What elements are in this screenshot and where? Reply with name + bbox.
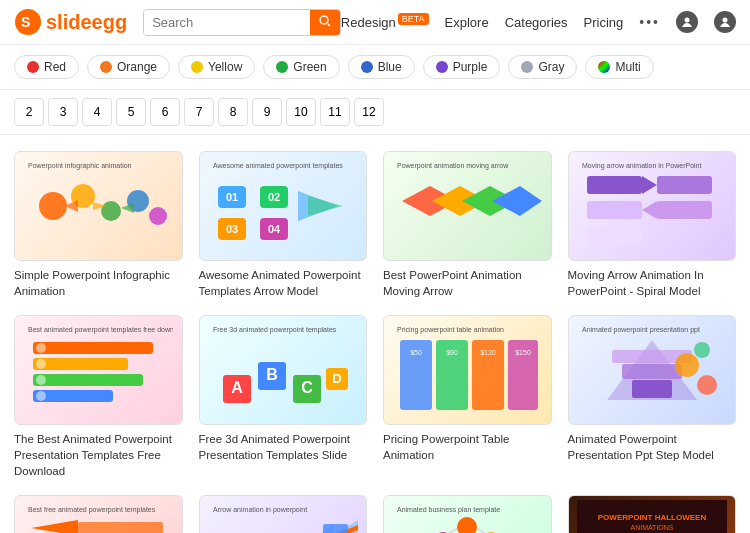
- page-12[interactable]: 12: [354, 98, 384, 126]
- svg-text:Pricing powerpoint table anima: Pricing powerpoint table animation: [397, 326, 504, 334]
- nav-categories[interactable]: Categories: [505, 15, 568, 30]
- svg-rect-41: [33, 358, 128, 370]
- svg-point-44: [36, 343, 46, 353]
- svg-point-72: [697, 375, 717, 395]
- card-1-thumb: Powerpoint infographic animation: [14, 151, 183, 261]
- svg-rect-38: [587, 226, 642, 244]
- svg-text:POWERPOINT HALLOWEEN: POWERPOINT HALLOWEEN: [598, 513, 707, 522]
- svg-point-4: [685, 18, 690, 23]
- svg-point-9: [101, 201, 121, 221]
- filter-yellow[interactable]: Yellow: [178, 55, 255, 79]
- filter-label-blue: Blue: [378, 60, 402, 74]
- page-8[interactable]: 8: [218, 98, 248, 126]
- svg-text:$120: $120: [480, 349, 496, 356]
- logo-icon: S: [14, 8, 42, 36]
- svg-text:A: A: [231, 379, 243, 396]
- svg-text:Powerpoint animation moving ar: Powerpoint animation moving arrow: [397, 162, 509, 170]
- search-button[interactable]: [310, 10, 340, 35]
- nav-explore[interactable]: Explore: [445, 15, 489, 30]
- page-2[interactable]: 2: [14, 98, 44, 126]
- page-11[interactable]: 11: [320, 98, 350, 126]
- card-8-title: Animated Powerpoint Presentation Ppt Ste…: [568, 431, 737, 463]
- card-9[interactable]: Best free animated powerpoint templates …: [14, 495, 183, 533]
- svg-point-46: [36, 375, 46, 385]
- color-dot-blue: [361, 61, 373, 73]
- filter-multi[interactable]: Multi: [585, 55, 653, 79]
- svg-text:Best animated powerpoint templ: Best animated powerpoint templates free …: [28, 326, 173, 334]
- card-9-thumb: Best free animated powerpoint templates: [14, 495, 183, 533]
- person-icon: [681, 16, 693, 28]
- search-bar: [143, 9, 341, 36]
- card-1[interactable]: Powerpoint infographic animation Simple …: [14, 151, 183, 299]
- card-11[interactable]: Animated business plan template Process …: [383, 495, 552, 533]
- card-5[interactable]: Best animated powerpoint templates free …: [14, 315, 183, 479]
- card-8-thumb: Animated powerpoint presentation ppt: [568, 315, 737, 425]
- svg-point-45: [36, 359, 46, 369]
- card-12-thumb: POWERPOINT HALLOWEEN ANIMATIONS: [568, 495, 737, 533]
- svg-marker-14: [121, 203, 134, 213]
- header: S slideegg RedesignBETA Explore Categori…: [0, 0, 750, 45]
- filter-gray[interactable]: Gray: [508, 55, 577, 79]
- search-icon: [319, 15, 331, 27]
- svg-rect-68: [632, 380, 672, 398]
- filter-red[interactable]: Red: [14, 55, 79, 79]
- page-6[interactable]: 6: [150, 98, 180, 126]
- card-4[interactable]: Moving arrow animation in PowerPoint Mov…: [568, 151, 737, 299]
- svg-rect-40: [33, 342, 153, 354]
- page-7[interactable]: 7: [184, 98, 214, 126]
- card-6[interactable]: Free 3d animated powerpoint templates A …: [199, 315, 368, 479]
- svg-point-92: [457, 517, 477, 533]
- logo[interactable]: S slideegg: [14, 8, 127, 36]
- filter-green[interactable]: Green: [263, 55, 339, 79]
- card-3-title: Best PowerPoint Animation Moving Arrow: [383, 267, 552, 299]
- svg-point-11: [149, 207, 167, 225]
- nav: RedesignBETA Explore Categories Pricing …: [341, 11, 736, 33]
- svg-rect-76: [78, 522, 163, 533]
- color-dot-orange: [100, 61, 112, 73]
- card-8[interactable]: Animated powerpoint presentation ppt Ani…: [568, 315, 737, 479]
- nav-pricing[interactable]: Pricing: [584, 15, 624, 30]
- filter-label-red: Red: [44, 60, 66, 74]
- card-2[interactable]: Awesome animated powerpoint templates 01…: [199, 151, 368, 299]
- pagination: 2 3 4 5 6 7 8 9 10 11 12: [0, 90, 750, 135]
- svg-text:$90: $90: [446, 349, 458, 356]
- nav-redesign[interactable]: RedesignBETA: [341, 14, 429, 30]
- card-7-thumb: Pricing powerpoint table animation $50 $…: [383, 315, 552, 425]
- page-3[interactable]: 3: [48, 98, 78, 126]
- svg-text:$50: $50: [410, 349, 422, 356]
- card-grid: Powerpoint infographic animation Simple …: [0, 135, 750, 533]
- page-10[interactable]: 10: [286, 98, 316, 126]
- card-4-title: Moving Arrow Animation In PowerPoint - S…: [568, 267, 737, 299]
- svg-marker-30: [492, 186, 542, 216]
- svg-point-47: [36, 391, 46, 401]
- page-4[interactable]: 4: [82, 98, 112, 126]
- filter-orange[interactable]: Orange: [87, 55, 170, 79]
- page-9[interactable]: 9: [252, 98, 282, 126]
- svg-text:$150: $150: [515, 349, 531, 356]
- svg-text:03: 03: [226, 223, 238, 235]
- svg-text:B: B: [266, 366, 278, 383]
- svg-text:Animated powerpoint presentati: Animated powerpoint presentation ppt: [582, 326, 700, 334]
- search-input[interactable]: [144, 10, 310, 35]
- card-10[interactable]: Arrow animation in powerpoint Steps Arro…: [199, 495, 368, 533]
- account-icon[interactable]: [714, 11, 736, 33]
- card-7[interactable]: Pricing powerpoint table animation $50 $…: [383, 315, 552, 479]
- svg-rect-34: [657, 176, 712, 194]
- page-5[interactable]: 5: [116, 98, 146, 126]
- svg-text:Animated business plan templat: Animated business plan template: [397, 506, 500, 514]
- nav-more[interactable]: •••: [639, 14, 660, 30]
- user-icon[interactable]: [676, 11, 698, 33]
- card-3[interactable]: Powerpoint animation moving arrow Best P…: [383, 151, 552, 299]
- card-2-title: Awesome Animated Powerpoint Templates Ar…: [199, 267, 368, 299]
- card-12[interactable]: POWERPOINT HALLOWEEN ANIMATIONS: [568, 495, 737, 533]
- svg-text:D: D: [332, 371, 341, 386]
- card-4-thumb: Moving arrow animation in PowerPoint: [568, 151, 737, 261]
- filter-label-gray: Gray: [538, 60, 564, 74]
- color-dot-red: [27, 61, 39, 73]
- svg-text:Moving arrow animation in Powe: Moving arrow animation in PowerPoint: [582, 162, 701, 170]
- svg-rect-32: [587, 176, 642, 194]
- svg-text:Awesome animated powerpoint te: Awesome animated powerpoint templates: [213, 162, 343, 170]
- filter-blue[interactable]: Blue: [348, 55, 415, 79]
- filter-purple[interactable]: Purple: [423, 55, 501, 79]
- svg-rect-42: [33, 374, 143, 386]
